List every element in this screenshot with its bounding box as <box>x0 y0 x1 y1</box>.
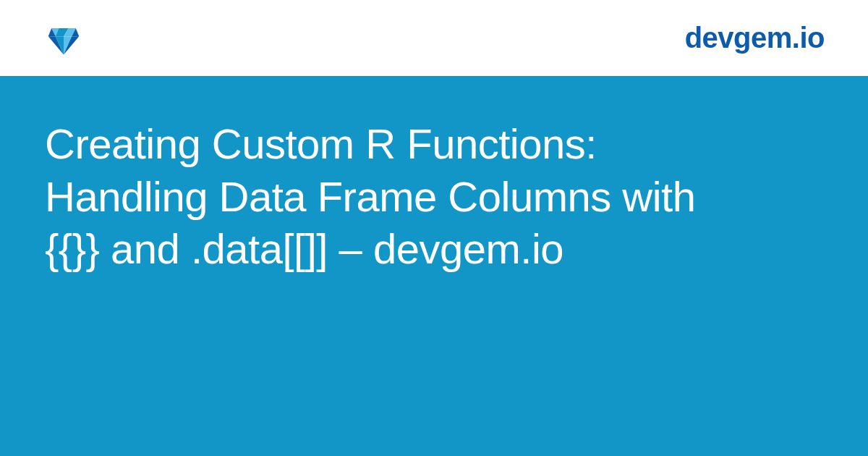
page-title: Creating Custom R Functions: Handling Da… <box>45 118 696 276</box>
gem-icon <box>43 18 84 59</box>
brand-name: devgem.io <box>685 22 825 54</box>
content-area: Creating Custom R Functions: Handling Da… <box>0 76 868 456</box>
header: devgem.io <box>0 0 868 76</box>
